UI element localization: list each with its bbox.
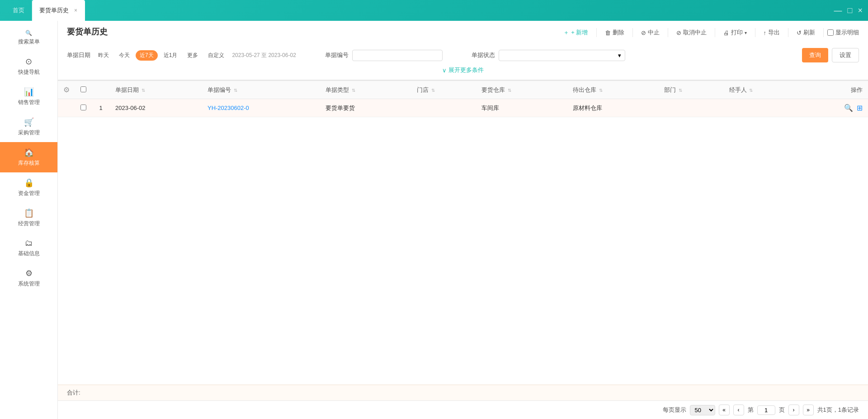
display-detail-checkbox[interactable] <box>827 29 834 36</box>
date-btn-7days[interactable]: 近7天 <box>136 50 158 61</box>
date-sort-icon: ⇅ <box>142 88 145 93</box>
date-btn-today[interactable]: 今天 <box>115 50 134 61</box>
status-label: 单据状态 <box>472 51 495 59</box>
date-btn-yesterday[interactable]: 昨天 <box>94 50 113 61</box>
row-more-icon[interactable]: ⊞ <box>857 104 863 112</box>
close-icon[interactable]: × <box>858 6 863 15</box>
first-page-btn[interactable]: « <box>719 405 730 415</box>
refresh-button[interactable]: ↺ 刷新 <box>792 26 820 39</box>
sidebar-item-basic[interactable]: 🗂 基础信息 <box>0 233 57 263</box>
td-department <box>659 99 723 117</box>
th-bill-no[interactable]: 单据编号 ⇅ <box>202 81 320 99</box>
sidebar-label-shortcut: 快捷导航 <box>18 68 40 76</box>
export-button[interactable]: ↑ 导出 <box>759 26 785 39</box>
td-req-warehouse: 车间库 <box>476 99 567 117</box>
store-sort-icon: ⇅ <box>431 88 435 93</box>
filter-status: 单据状态 ▾ <box>472 50 625 61</box>
sidebar-item-shortcut[interactable]: ⊙ 快捷导航 <box>0 51 57 81</box>
tab-close-icon[interactable]: × <box>74 7 77 14</box>
table-container: ⚙ 单据日期 ⇅ 单据编号 <box>58 81 868 385</box>
sep4 <box>715 28 715 37</box>
th-date[interactable]: 单据日期 ⇅ <box>110 81 202 99</box>
sidebar-search[interactable]: 🔍 搜索菜单 <box>0 24 57 51</box>
th-store[interactable]: 门店 ⇅ <box>411 81 476 99</box>
expand-down-icon: ∨ <box>442 67 447 74</box>
td-date: 2023-06-02 <box>110 99 202 117</box>
print-button[interactable]: 🖨 打印 ▾ <box>719 26 751 39</box>
date-btn-1month[interactable]: 近1月 <box>160 50 182 61</box>
req-warehouse-sort-icon: ⇅ <box>508 88 511 93</box>
sidebar-label-finance: 资金管理 <box>18 190 40 197</box>
row-checkbox[interactable] <box>80 105 86 110</box>
th-pending-warehouse[interactable]: 待出仓库 ⇅ <box>567 81 659 99</box>
settings-button[interactable]: 设置 <box>832 48 859 62</box>
cancel-stop-icon: ⊘ <box>676 29 681 36</box>
cancel-stop-button[interactable]: ⊘ 取消中止 <box>672 26 711 39</box>
query-button[interactable]: 查询 <box>802 48 828 62</box>
th-settings: ⚙ <box>58 81 75 99</box>
page-number-input[interactable] <box>757 405 775 415</box>
sep3 <box>668 28 668 37</box>
page-size-label: 每页显示 <box>663 406 686 414</box>
sidebar-item-inventory[interactable]: 🏠 库存核算 <box>0 142 57 172</box>
print-icon: 🖨 <box>723 29 729 36</box>
last-page-btn[interactable]: » <box>803 405 814 415</box>
date-btn-group: 昨天 今天 近7天 近1月 更多 自定义 <box>94 50 228 61</box>
next-page-btn[interactable]: › <box>788 405 799 415</box>
new-icon: ＋ <box>563 29 569 37</box>
handler-sort-icon: ⇅ <box>749 88 753 93</box>
minimize-icon[interactable]: — <box>834 6 842 15</box>
sidebar-label-inventory: 库存核算 <box>18 159 40 167</box>
sep2 <box>632 28 633 37</box>
td-num: 1 <box>92 99 110 117</box>
th-req-warehouse[interactable]: 要货仓库 ⇅ <box>476 81 567 99</box>
th-bill-type[interactable]: 单据类型 ⇅ <box>320 81 411 99</box>
delete-icon: 🗑 <box>605 29 611 36</box>
td-row-settings <box>58 99 75 117</box>
tab-home[interactable]: 首页 <box>5 0 32 21</box>
expand-more-btn[interactable]: ∨ 展开更多条件 <box>442 66 484 74</box>
sep6 <box>788 28 788 37</box>
sidebar-item-system[interactable]: ⚙ 系统管理 <box>0 263 57 293</box>
date-btn-custom[interactable]: 自定义 <box>204 50 228 61</box>
expand-row: ∨ 展开更多条件 <box>67 66 859 74</box>
operations-icon: 📋 <box>24 208 34 218</box>
tab-requisition-history[interactable]: 要货单历史 × <box>32 0 85 21</box>
date-btn-more[interactable]: 更多 <box>183 50 202 61</box>
maximize-icon[interactable]: □ <box>848 6 853 15</box>
filter-date: 单据日期 昨天 今天 近7天 近1月 更多 自定义 2023-05-27 至 2… <box>67 50 296 61</box>
new-button[interactable]: ＋ + 新增 <box>559 26 592 39</box>
sidebar-item-purchase[interactable]: 🛒 采购管理 <box>0 112 57 142</box>
stop-icon: ⊘ <box>641 29 646 36</box>
th-department[interactable]: 部门 ⇅ <box>659 81 723 99</box>
bill-no-label: 单据编号 <box>325 51 349 59</box>
stop-button[interactable]: ⊘ 中止 <box>637 26 664 39</box>
page-first-label: 第 <box>748 406 754 414</box>
sidebar-item-operations[interactable]: 📋 经营管理 <box>0 203 57 233</box>
table-row: 1 2023-06-02 YH-20230602-0 要货单要货 车间库 原材料… <box>58 99 868 117</box>
row-view-icon[interactable]: 🔍 <box>844 104 853 112</box>
table-settings-icon[interactable]: ⚙ <box>63 86 70 94</box>
status-dropdown-icon: ▾ <box>618 52 621 59</box>
filter-bill-no: 单据编号 <box>325 50 443 61</box>
filter-row: 单据日期 昨天 今天 近7天 近1月 更多 自定义 2023-05-27 至 2… <box>67 48 859 62</box>
bill-no-link[interactable]: YH-20230602-0 <box>208 105 249 111</box>
td-action: 🔍 ⊞ <box>802 99 868 117</box>
prev-page-btn[interactable]: ‹ <box>733 405 744 415</box>
bill-no-input[interactable] <box>352 50 443 61</box>
sidebar-item-finance[interactable]: 🔒 资金管理 <box>0 172 57 203</box>
finance-icon: 🔒 <box>24 178 34 188</box>
status-select[interactable]: ▾ <box>499 50 625 61</box>
page-size-select[interactable]: 50 100 200 <box>690 405 715 415</box>
td-pending-warehouse: 原材料仓库 <box>567 99 659 117</box>
sidebar-label-system: 系统管理 <box>18 280 40 288</box>
inventory-icon: 🏠 <box>24 148 34 157</box>
delete-button[interactable]: 🗑 删除 <box>600 26 629 39</box>
display-detail-toggle[interactable]: 显示明细 <box>827 29 859 37</box>
td-checkbox <box>75 99 92 117</box>
sidebar-item-sales[interactable]: 📊 销售管理 <box>0 81 57 112</box>
shortcut-icon: ⊙ <box>25 57 32 67</box>
pagination-bar: 每页显示 50 100 200 « ‹ 第 页 › » 共1页，1条记录 <box>58 400 868 419</box>
th-handler[interactable]: 经手人 ⇅ <box>724 81 802 99</box>
select-all-checkbox[interactable] <box>80 86 86 92</box>
